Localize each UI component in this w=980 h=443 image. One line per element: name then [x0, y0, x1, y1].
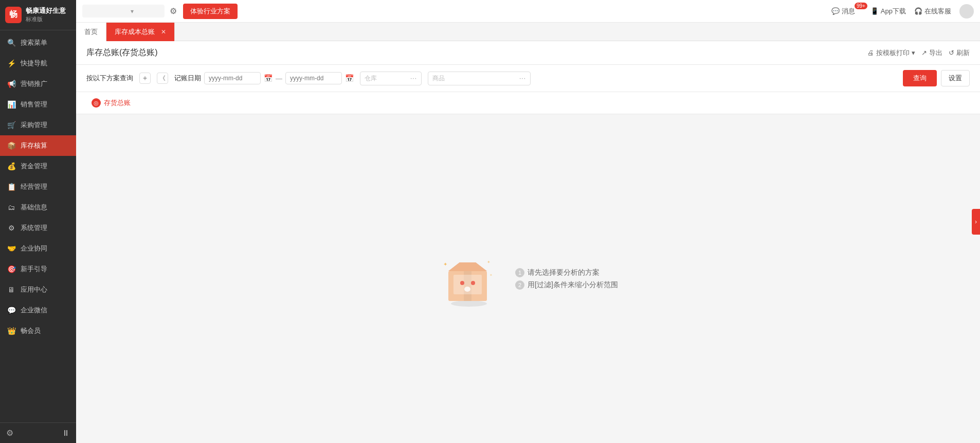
filter-bar: 按以下方案查询 ＋ 《 记账日期 📅 — 📅 仓库 ··· 商品 ··· 查询 — [76, 65, 980, 92]
scheme-name: 存货总账 — [104, 98, 131, 108]
logo-sub: 标准版 — [26, 15, 66, 23]
date-filter-group: 记账日期 📅 — 📅 — [174, 72, 354, 84]
tabs-bar: 首页 库存成本总账 ✕ — [76, 23, 980, 41]
headset-icon: 🎧 — [914, 7, 922, 15]
sidebar-item-label-basic-info: 基础信息 — [21, 203, 47, 212]
product-select[interactable]: 商品 ··· — [428, 72, 531, 85]
tab-inventory-cost[interactable]: 库存成本总账 ✕ — [106, 23, 175, 41]
warehouse-select[interactable]: 仓库 ··· — [360, 72, 422, 85]
finance-icon: 💰 — [6, 161, 16, 171]
sidebar-item-finance[interactable]: 💰 资金管理 — [0, 156, 76, 176]
export-label: 导出 — [929, 48, 942, 58]
sidebar-item-vip[interactable]: 👑 畅会员 — [0, 321, 76, 341]
collapse-icon[interactable]: ⏸ — [62, 429, 70, 438]
sidebar-item-label-purchase: 采购管理 — [21, 120, 47, 130]
hint2-text: 用[过滤]条件来缩小分析范围 — [528, 280, 618, 290]
vip-icon: 👑 — [6, 326, 16, 336]
refresh-label: 刷新 — [956, 48, 970, 58]
date-start-input[interactable] — [204, 72, 261, 84]
sidebar-item-label-operations: 经营管理 — [21, 182, 47, 191]
system-icon: ⚙ — [6, 223, 16, 233]
topbar-search[interactable]: ▾ — [82, 5, 165, 17]
sidebar-item-quick-nav[interactable]: ⚡ 快捷导航 — [0, 53, 76, 74]
step2-num: 2 — [515, 280, 524, 290]
product-label: 商品 — [432, 74, 445, 83]
sidebar-item-purchase[interactable]: 🛒 采购管理 — [0, 115, 76, 135]
logo-text: 畅康通好生意 标准版 — [26, 6, 66, 24]
svg-point-4 — [460, 281, 464, 285]
scheme-list: ◎ 存货总账 — [76, 92, 980, 114]
filter-add-button[interactable]: ＋ — [139, 73, 151, 84]
empty-text: 1 请先选择要分析的方案 2 用[过滤]条件来缩小分析范围 — [515, 265, 618, 293]
empty-illustration: ✦ ✦ ✦ — [438, 248, 500, 310]
scheme-item[interactable]: ◎ 存货总账 — [86, 96, 136, 110]
app-download-item[interactable]: 📱 App下载 — [870, 7, 906, 16]
calendar-start-icon[interactable]: 📅 — [264, 74, 273, 82]
sidebar-logo: 畅 畅康通好生意 标准版 — [0, 0, 76, 30]
settings-button[interactable]: 设置 — [941, 70, 970, 86]
chevron-down-icon: ▾ — [131, 8, 134, 15]
close-icon: ✕ — [161, 28, 166, 36]
filter-collapse-button[interactable]: 《 — [157, 73, 168, 84]
sales-icon: 📊 — [6, 99, 16, 110]
sidebar-item-system[interactable]: ⚙ 系统管理 — [0, 218, 76, 238]
inventory-icon: 📦 — [6, 140, 16, 151]
sidebar-item-app-center[interactable]: 🖥 应用中心 — [0, 279, 76, 300]
message-label: 消息 — [842, 7, 855, 16]
message-item[interactable]: 💬 消息 99+ — [831, 7, 862, 16]
tab-home[interactable]: 首页 — [76, 23, 106, 41]
sidebar-item-marketing[interactable]: 📢 营销推广 — [0, 74, 76, 94]
filter-actions: 查询 设置 — [903, 70, 970, 86]
settings-icon[interactable]: ⚙ — [6, 428, 13, 438]
date-end-input[interactable] — [285, 72, 342, 84]
print-chevron-icon: ▾ — [912, 49, 915, 57]
svg-point-5 — [471, 281, 475, 285]
print-button[interactable]: 🖨 按模板打印 ▾ — [867, 48, 915, 58]
wechat-icon: 💬 — [6, 305, 16, 315]
sidebar-item-label-inventory: 库存核算 — [21, 141, 47, 150]
refresh-button[interactable]: ↺ 刷新 — [949, 48, 970, 58]
search-button[interactable]: 查询 — [903, 70, 937, 86]
sidebar-item-newbie[interactable]: 🎯 新手引导 — [0, 259, 76, 279]
app-download-label: App下载 — [881, 7, 906, 16]
sidebar-item-search-menu[interactable]: 🔍 搜索菜单 — [0, 32, 76, 53]
export-button[interactable]: ↗ 导出 — [921, 48, 942, 58]
topbar-left: ▾ ⚙ 体验行业方案 — [82, 4, 831, 19]
svg-text:✦: ✦ — [487, 260, 491, 264]
sidebar-item-label-enterprise: 企业协同 — [21, 244, 47, 253]
sidebar-item-operations[interactable]: 📋 经营管理 — [0, 176, 76, 197]
tab-close-button[interactable]: ✕ — [157, 28, 166, 36]
sidebar-item-basic-info[interactable]: 🗂 基础信息 — [0, 197, 76, 218]
empty-inner: ✦ ✦ ✦ 1 请先选择要分析的方案 2 用[过滤]条件来缩小分析范围 — [438, 248, 618, 310]
product-more-icon: ··· — [519, 75, 526, 82]
calendar-end-icon[interactable]: 📅 — [345, 74, 354, 82]
topbar-gear-icon[interactable]: ⚙ — [170, 6, 177, 16]
sidebar-nav: 🔍 搜索菜单 ⚡ 快捷导航 📢 营销推广 📊 销售管理 🛒 采购管理 📦 库存核… — [0, 30, 76, 422]
search-placeholder — [87, 7, 118, 15]
sidebar-item-label-newbie: 新手引导 — [21, 264, 47, 274]
sidebar-item-enterprise[interactable]: 🤝 企业协同 — [0, 238, 76, 259]
date-label: 记账日期 — [174, 74, 201, 83]
logo-icon: 畅 — [5, 7, 22, 23]
printer-icon: 🖨 — [867, 49, 874, 57]
sidebar-item-label-quick-nav: 快捷导航 — [21, 59, 47, 68]
online-support-item[interactable]: 🎧 在线客服 — [914, 7, 951, 16]
sidebar-item-label-finance: 资金管理 — [21, 162, 47, 171]
enterprise-icon: 🤝 — [6, 243, 16, 254]
right-panel-toggle[interactable]: › — [972, 209, 980, 235]
sidebar-item-sales[interactable]: 📊 销售管理 — [0, 94, 76, 115]
print-label: 按模板打印 — [876, 48, 910, 58]
user-avatar[interactable] — [959, 4, 974, 19]
filter-label: 按以下方案查询 — [86, 74, 133, 83]
svg-point-6 — [464, 287, 470, 292]
scheme-icon: ◎ — [92, 98, 101, 108]
sidebar: 畅 畅康通好生意 标准版 🔍 搜索菜单 ⚡ 快捷导航 📢 营销推广 📊 销售管理… — [0, 0, 76, 443]
sidebar-item-wechat[interactable]: 💬 企业微信 — [0, 300, 76, 321]
header-actions: 🖨 按模板打印 ▾ ↗ 导出 ↺ 刷新 — [867, 48, 970, 58]
hint1-text: 请先选择要分析的方案 — [528, 268, 600, 277]
empty-state: ✦ ✦ ✦ 1 请先选择要分析的方案 2 用[过滤]条件来缩小分析范围 — [76, 114, 980, 443]
sidebar-item-inventory[interactable]: 📦 库存核算 — [0, 135, 76, 156]
app-center-icon: 🖥 — [6, 285, 16, 295]
industry-solution-button[interactable]: 体验行业方案 — [183, 4, 238, 19]
svg-text:✦: ✦ — [489, 273, 493, 277]
